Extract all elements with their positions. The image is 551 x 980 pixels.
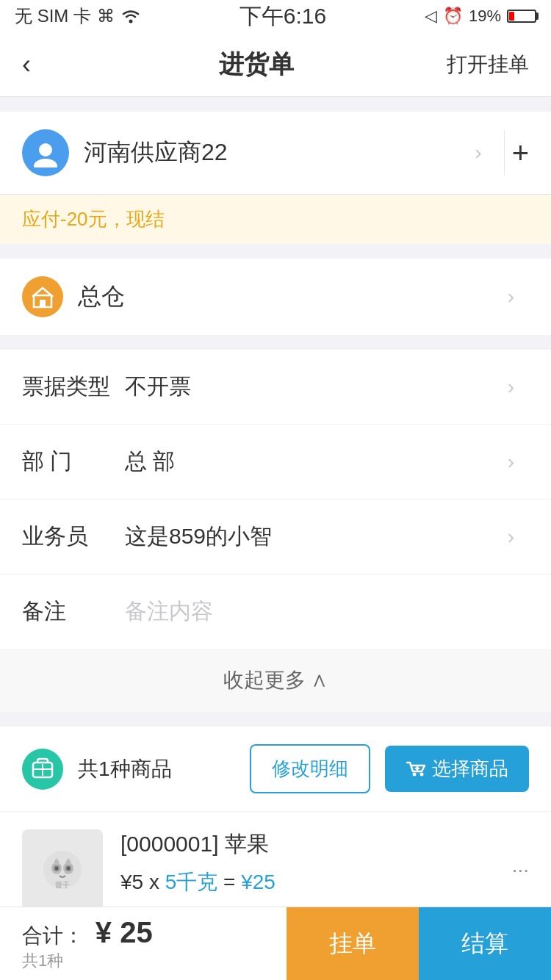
supplier-name: 河南供应商22 bbox=[84, 137, 475, 169]
warehouse-chevron: › bbox=[508, 285, 514, 309]
invoice-type-value: 不开票 bbox=[125, 372, 508, 402]
gap-1 bbox=[0, 97, 551, 112]
divider bbox=[504, 131, 505, 175]
warehouse-row[interactable]: 总仓 › bbox=[0, 259, 551, 335]
department-label: 部 门 bbox=[22, 447, 125, 477]
checkout-button[interactable]: 结算 bbox=[419, 907, 551, 980]
salesperson-chevron: › bbox=[508, 525, 514, 549]
department-value: 总 部 bbox=[125, 447, 508, 477]
collapse-button[interactable]: 收起更多 ∧ bbox=[0, 649, 551, 712]
total-line: 合计： ¥ 25 bbox=[22, 916, 264, 950]
pending-button[interactable]: 挂单 bbox=[287, 907, 419, 980]
supplier-section: 河南供应商22 › + 应付-20元，现结 bbox=[0, 112, 551, 244]
products-header: 共1种商品 修改明细 选择商品 bbox=[0, 727, 551, 811]
location-icon: ◁ bbox=[425, 7, 437, 26]
supplier-row[interactable]: 河南供应商22 › + bbox=[0, 112, 551, 195]
owl-logo: 督干 bbox=[37, 844, 88, 896]
warehouse-icon bbox=[22, 276, 63, 317]
total-label: 合计： bbox=[22, 924, 84, 947]
status-bar: 无 SIM 卡 ⌘ 下午6:16 ◁ ⏰ 19% bbox=[0, 0, 551, 32]
wifi-icon: ⌘ bbox=[97, 6, 115, 26]
svg-point-9 bbox=[420, 772, 424, 776]
supplier-avatar bbox=[22, 129, 69, 176]
unit-price: ¥5 bbox=[120, 871, 143, 893]
product-price: ¥5 x 5千克 = ¥25 bbox=[120, 868, 494, 896]
product-thumbnail: 督干 bbox=[22, 829, 103, 910]
back-button[interactable]: ‹ bbox=[22, 49, 66, 80]
battery-icon bbox=[507, 10, 536, 23]
select-product-button[interactable]: 选择商品 bbox=[385, 746, 529, 792]
total-amount: ¥ 25 bbox=[96, 916, 153, 948]
svg-rect-4 bbox=[40, 300, 46, 307]
warehouse-section: 总仓 › bbox=[0, 259, 551, 335]
salesperson-label: 业务员 bbox=[22, 522, 125, 552]
gap-4 bbox=[0, 712, 551, 727]
total-count: 共1种 bbox=[22, 950, 264, 972]
equals-sign: = bbox=[223, 871, 241, 893]
salesperson-value: 这是859的小智 bbox=[125, 522, 508, 552]
product-title: 苹果 bbox=[225, 832, 269, 856]
bottom-bar: 合计： ¥ 25 共1种 挂单 结算 bbox=[0, 907, 551, 980]
product-code: [0000001] bbox=[120, 832, 218, 856]
notes-row[interactable]: 备注 备注内容 bbox=[0, 574, 551, 649]
invoice-type-label: 票据类型 bbox=[22, 372, 125, 402]
supplier-chevron: › bbox=[475, 141, 481, 165]
alert-banner: 应付-20元，现结 bbox=[0, 195, 551, 244]
status-time: 下午6:16 bbox=[240, 1, 326, 32]
svg-point-18 bbox=[67, 867, 70, 870]
invoice-type-chevron: › bbox=[508, 375, 514, 399]
price-separator: x bbox=[149, 871, 165, 893]
svg-text:督干: 督干 bbox=[55, 881, 70, 889]
product-total: ¥25 bbox=[241, 871, 276, 893]
products-count: 共1种商品 bbox=[78, 755, 235, 783]
add-button[interactable]: + bbox=[512, 137, 529, 170]
open-pending-button[interactable]: 打开挂单 bbox=[447, 51, 529, 79]
form-section: 票据类型 不开票 › 部 门 总 部 › 业务员 这是859的小智 › 备注 备… bbox=[0, 350, 551, 649]
product-more-button[interactable]: ··· bbox=[512, 858, 529, 882]
battery-percent: 19% bbox=[469, 7, 501, 26]
modify-detail-button[interactable]: 修改明细 bbox=[250, 744, 370, 793]
notes-placeholder: 备注内容 bbox=[125, 597, 529, 627]
total-section: 合计： ¥ 25 共1种 bbox=[0, 916, 287, 972]
department-chevron: › bbox=[508, 450, 514, 474]
svg-point-0 bbox=[129, 20, 133, 24]
nav-bar: ‹ 进货单 打开挂单 bbox=[0, 32, 551, 97]
product-info: [0000001] 苹果 ¥5 x 5千克 = ¥25 bbox=[120, 829, 494, 896]
svg-point-2 bbox=[34, 159, 57, 167]
status-left: 无 SIM 卡 ⌘ bbox=[15, 4, 141, 28]
products-section: 共1种商品 修改明细 选择商品 bbox=[0, 727, 551, 928]
select-product-label: 选择商品 bbox=[432, 756, 508, 782]
cart-icon bbox=[406, 761, 426, 777]
quantity: 5千克 bbox=[165, 871, 218, 893]
svg-point-17 bbox=[55, 867, 58, 870]
gap-3 bbox=[0, 335, 551, 350]
notes-label: 备注 bbox=[22, 597, 125, 627]
gap-2 bbox=[0, 244, 551, 259]
page-title: 进货单 bbox=[219, 48, 294, 82]
product-name: [0000001] 苹果 bbox=[120, 829, 494, 860]
sim-status: 无 SIM 卡 bbox=[15, 4, 91, 28]
svg-point-8 bbox=[413, 772, 417, 776]
warehouse-name: 总仓 bbox=[78, 281, 508, 313]
alarm-icon: ⏰ bbox=[443, 7, 463, 26]
department-row[interactable]: 部 门 总 部 › bbox=[0, 424, 551, 499]
status-right: ◁ ⏰ 19% bbox=[425, 7, 536, 26]
wifi-icon-svg bbox=[120, 9, 141, 24]
products-icon bbox=[22, 749, 63, 790]
svg-point-1 bbox=[39, 143, 52, 156]
invoice-type-row[interactable]: 票据类型 不开票 › bbox=[0, 350, 551, 424]
salesperson-row[interactable]: 业务员 这是859的小智 › bbox=[0, 499, 551, 574]
